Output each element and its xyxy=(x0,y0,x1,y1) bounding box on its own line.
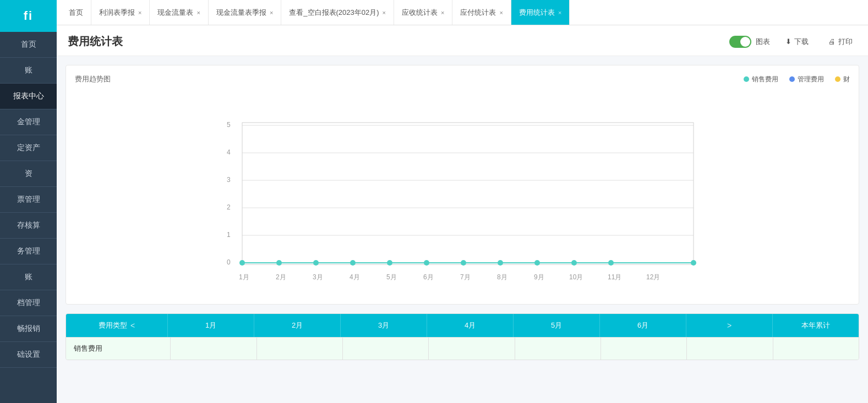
close-expense-tab[interactable]: × xyxy=(558,9,561,16)
table-row-sales-expense: 销售费用 xyxy=(66,337,859,360)
line-chart: 0 1 2 3 4 5 xyxy=(75,90,850,293)
print-button[interactable]: 🖨 打印 xyxy=(824,35,857,49)
print-icon: 🖨 xyxy=(828,37,836,46)
svg-point-23 xyxy=(608,260,614,266)
download-icon: ⬇ xyxy=(785,37,791,46)
close-blank-report-tab[interactable]: × xyxy=(383,9,386,16)
chart-toggle-wrap: 图表 xyxy=(729,36,770,48)
legend-finance-expense: 财 xyxy=(835,75,850,84)
chart-title: 费用趋势图 xyxy=(75,74,111,84)
svg-text:11月: 11月 xyxy=(608,273,621,281)
svg-text:5月: 5月 xyxy=(386,273,397,281)
sidebar-item-archive-mgmt[interactable]: 档管理 xyxy=(0,290,57,316)
cost-type-label: 费用类型 xyxy=(99,321,127,330)
svg-point-22 xyxy=(571,260,577,266)
tab-profit[interactable]: 利润表季报 × xyxy=(91,0,150,25)
td-ytd xyxy=(773,338,859,360)
tab-cashflow[interactable]: 现金流量表 × xyxy=(150,0,208,25)
svg-point-13 xyxy=(239,260,245,266)
td-cost-type: 销售费用 xyxy=(66,338,171,360)
tab-home[interactable]: 首页 xyxy=(61,0,91,25)
svg-text:0: 0 xyxy=(227,258,231,266)
svg-text:2: 2 xyxy=(227,203,231,211)
svg-text:12月: 12月 xyxy=(646,273,660,281)
tab-cashflow-quarter[interactable]: 现金流量表季报 × xyxy=(209,0,281,25)
th-month3: 3月 xyxy=(341,314,427,337)
sidebar-item-basic-settings[interactable]: 础设置 xyxy=(0,342,57,368)
tab-receivable[interactable]: 应收统计表 × xyxy=(394,0,452,25)
sidebar-item-investment[interactable]: 资 xyxy=(0,161,57,187)
svg-text:8月: 8月 xyxy=(497,273,507,281)
prev-arrow[interactable]: < xyxy=(130,321,135,330)
sidebar-item-payroll[interactable]: 账 xyxy=(0,264,57,290)
expense-table: 费用类型 < 1月 2月 3月 4月 5月 6月 > 本年累计 销售费用 xyxy=(65,313,859,360)
close-profit-tab[interactable]: × xyxy=(138,9,141,16)
page-content: 费用统计表 图表 ⬇ 下载 🖨 打印 费用趋势图 xyxy=(57,25,868,403)
svg-point-20 xyxy=(498,260,503,266)
logo: fi xyxy=(0,0,57,32)
page-title: 费用统计表 xyxy=(68,34,123,49)
th-month2: 2月 xyxy=(254,314,341,337)
chart-svg-wrapper: 0 1 2 3 4 5 xyxy=(75,90,850,295)
th-month1: 1月 xyxy=(168,314,254,337)
legend-dot-sales xyxy=(744,76,749,82)
next-arrow[interactable]: > xyxy=(727,321,731,330)
close-payable-tab[interactable]: × xyxy=(499,9,503,16)
tab-blank-report[interactable]: 查看_空白报表(2023年02月) × xyxy=(281,0,394,25)
svg-text:1: 1 xyxy=(227,231,231,239)
svg-text:4月: 4月 xyxy=(350,273,360,281)
sidebar-item-smooth-cancel[interactable]: 畅报销 xyxy=(0,316,57,342)
td-m5 xyxy=(515,338,601,360)
td-m1 xyxy=(171,338,256,360)
sidebar-item-report-center[interactable]: 报表中心 xyxy=(0,84,57,109)
tab-expense[interactable]: 费用统计表 × xyxy=(511,0,570,25)
svg-point-18 xyxy=(424,260,429,266)
th-month5: 5月 xyxy=(514,314,600,337)
download-button[interactable]: ⬇ 下载 xyxy=(781,35,813,49)
th-month6: 6月 xyxy=(600,314,686,337)
th-ytd: 本年累计 xyxy=(773,314,859,337)
sidebar-item-service-mgmt[interactable]: 务管理 xyxy=(0,239,57,264)
sidebar: fi 首页 账 报表中心 金管理 定资产 资 票管理 存核算 务管理 账 档管理… xyxy=(0,0,57,403)
close-cashflow-tab[interactable]: × xyxy=(196,9,200,16)
svg-rect-12 xyxy=(242,123,694,264)
th-month4: 4月 xyxy=(427,314,514,337)
legend-label-mgmt: 管理费用 xyxy=(798,75,824,84)
svg-text:6月: 6月 xyxy=(423,273,434,281)
svg-point-17 xyxy=(387,260,392,266)
legend-sales-expense: 销售费用 xyxy=(744,75,778,84)
svg-point-14 xyxy=(276,260,282,266)
chart-section: 费用趋势图 销售费用 管理费用 财 xyxy=(65,65,859,305)
sidebar-item-fixed-assets[interactable]: 定资产 xyxy=(0,135,57,161)
print-label: 打印 xyxy=(838,37,853,47)
td-m3 xyxy=(343,338,429,360)
toggle-label: 图表 xyxy=(756,37,770,47)
svg-text:4: 4 xyxy=(227,148,231,156)
legend-dot-finance xyxy=(835,76,840,82)
svg-point-19 xyxy=(461,260,466,266)
svg-text:3: 3 xyxy=(227,176,231,184)
close-receivable-tab[interactable]: × xyxy=(441,9,444,16)
sidebar-item-fund-mgmt[interactable]: 金管理 xyxy=(0,109,57,135)
download-label: 下载 xyxy=(794,37,809,47)
sidebar-item-inventory[interactable]: 存核算 xyxy=(0,213,57,239)
page-header: 费用统计表 图表 ⬇ 下载 🖨 打印 xyxy=(57,25,868,56)
chart-header: 费用趋势图 销售费用 管理费用 财 xyxy=(75,74,850,84)
tab-payable[interactable]: 应付统计表 × xyxy=(452,0,511,25)
th-cost-type: 费用类型 < xyxy=(66,314,168,337)
sidebar-item-invoice-mgmt[interactable]: 票管理 xyxy=(0,187,57,213)
close-cashflow-quarter-tab[interactable]: × xyxy=(270,9,273,16)
legend-mgmt-expense: 管理费用 xyxy=(789,75,824,84)
sidebar-item-home[interactable]: 首页 xyxy=(0,32,57,58)
svg-text:7月: 7月 xyxy=(460,273,471,281)
chart-toggle[interactable] xyxy=(729,36,751,48)
svg-point-24 xyxy=(691,260,696,266)
td-next-placeholder xyxy=(687,338,773,360)
chart-legend: 销售费用 管理费用 财 xyxy=(744,75,850,84)
legend-label-finance: 财 xyxy=(843,75,850,84)
sidebar-item-account[interactable]: 账 xyxy=(0,58,57,84)
tab-bar: 首页 利润表季报 × 现金流量表 × 现金流量表季报 × 查看_空白报表(202… xyxy=(57,0,868,25)
legend-dot-mgmt xyxy=(789,76,795,82)
svg-text:10月: 10月 xyxy=(569,273,583,281)
svg-text:1月: 1月 xyxy=(239,273,249,281)
